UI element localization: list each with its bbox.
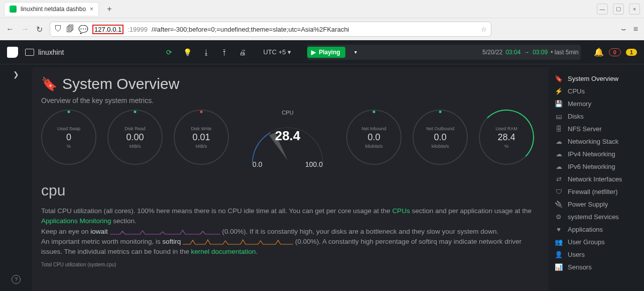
time-from: 03:04 [505,49,521,56]
nav-bar: ← → ↻ ⛉ 🗐 💬 127.0.0.1:19999/#after=-300;… [0,18,644,40]
chip-icon: 💾 [555,100,563,108]
sidebar-item-interfaces[interactable]: ⇄Network Interfaces [554,173,639,185]
bolt-icon: ⚡ [555,87,563,95]
monitor-icon [25,49,34,56]
netdata-logo-icon[interactable] [7,47,18,58]
time-to: 03:09 [533,49,548,56]
cloud-icon: ☁ [555,138,563,145]
play-dropdown[interactable]: ▾ [351,49,360,55]
sidebar-item-ipv6[interactable]: ☁IPv6 Networking [554,160,639,173]
gauge-swap[interactable]: Used Swap 0 % [41,110,96,165]
sidebar-item-system-overview[interactable]: 🔖System Overview [554,72,639,85]
sidebar: 🔖System Overview ⚡CPUs 💾Memory 🖴Disks 🗄N… [549,64,644,291]
bookmark-star-icon[interactable]: ☆ [481,26,487,33]
print-icon[interactable]: 🖨 [239,48,246,56]
server-icon: 🗄 [555,125,563,133]
forward-button[interactable]: → [21,25,29,34]
sidebar-item-firewall[interactable]: 🛡Firewall (netfilter) [554,185,639,198]
gauge-ram[interactable]: Used RAM 28.4 % [479,110,534,165]
softirq-sparkline [183,238,293,245]
link-kernel-docs[interactable]: kernel documentation [191,248,255,255]
bulb-icon[interactable]: 💡 [183,48,192,56]
back-button[interactable]: ← [6,25,14,34]
cloud-icon: ☁ [555,150,563,158]
new-tab-button[interactable]: + [103,3,115,16]
close-tab-icon[interactable]: × [90,6,93,13]
gauge-cpu[interactable]: CPU 28.4 0.0 100.0 % [240,110,335,170]
page-title: System Overview [62,75,179,92]
time-controls: ▶ Playing ▾ 5/20/22 03:04 → 03:09 • last… [307,45,581,60]
browser-tab[interactable]: linuxhint netdata dashbo × [4,2,99,16]
host-name: linuxhint [38,48,64,56]
bookmark-icon: 🔖 [555,75,563,82]
play-button[interactable]: ▶ Playing [307,47,345,58]
download-icon[interactable]: ⭳ [203,48,210,56]
user-icon: 👤 [555,251,563,258]
sidebar-item-users[interactable]: 👤Users [554,248,639,261]
alarms-critical-badge[interactable]: 0 [609,48,621,56]
interface-icon: ⇄ [555,175,563,183]
gauge-disk-write[interactable]: Disk Write 0.01 MiB/s [174,110,229,165]
reload-button[interactable]: ↻ [36,25,43,34]
plug-icon: 🔌 [555,201,563,208]
date: 5/20/22 [482,49,502,56]
shield-icon[interactable]: ⛉ [54,25,62,34]
help-icon[interactable]: ? [12,275,21,284]
svg-text:%: % [247,167,252,168]
url-path: /#after=-300;before=0;=undefined;theme=s… [152,26,349,33]
hamburger-menu-icon[interactable]: ≡ [633,25,638,34]
gear-icon: ⚙ [555,213,563,221]
cpu-heading: cpu [41,182,540,199]
sidebar-item-ipv4[interactable]: ☁IPv4 Networking [554,148,639,160]
cpu-desc-iowait: Keep an eye on iowait (0.00%). If it is … [41,227,540,237]
play-label: Playing [319,49,340,56]
time-range[interactable]: 5/20/22 03:04 → 03:09 • last 5min [482,49,579,56]
sensor-icon: 📊 [555,263,563,271]
cpu-desc-softirq: An important metric worth monitoring, is… [41,237,540,257]
url-bar[interactable]: ⛉ 🗐 💬 127.0.0.1:19999/#after=-300;before… [50,22,491,37]
arrow-icon: → [524,49,530,56]
gauges-row: Used Swap 0 % Disk Read 0.00 MiB/s Disk … [41,110,540,170]
sidebar-item-sensors[interactable]: 📊Sensors [554,261,639,273]
minimize-button[interactable]: — [597,4,608,15]
timezone-selector[interactable]: UTC +5 ▾ [263,48,291,56]
refresh-icon[interactable]: ⟳ [166,48,172,56]
sidebar-item-systemd[interactable]: ⚙systemd Services [554,211,639,223]
gauge-disk-read[interactable]: Disk Read 0.00 MiB/s [107,110,163,165]
tab-bar: linuxhint netdata dashbo × + — ▢ × [0,0,644,18]
app-topbar: linuxhint ⟳ 💡 ⭳ ⭱ 🖨 UTC +5 ▾ ▶ Playing ▾… [0,40,644,64]
pocket-icon[interactable]: ⌣ [621,25,626,34]
sidebar-item-power[interactable]: 🔌Power Supply [554,198,639,211]
bell-icon[interactable]: 🔔 [594,47,604,57]
upload-icon[interactable]: ⭱ [221,48,228,56]
play-icon: ▶ [311,49,316,56]
close-window-button[interactable]: × [629,4,640,15]
chat-icon[interactable]: 💬 [78,25,88,34]
bookmark-icon: 🔖 [41,76,57,92]
maximize-button[interactable]: ▢ [613,4,624,15]
sidebar-item-memory[interactable]: 💾Memory [554,98,639,110]
sidebar-item-usergroups[interactable]: 👥User Groups [554,236,639,248]
svg-text:100.0: 100.0 [305,160,323,168]
gauge-net-in[interactable]: Net Inbound 0.0 kilobits/s [346,110,402,165]
link-cpus[interactable]: CPUs [392,207,410,215]
host-selector[interactable]: linuxhint [25,48,64,56]
window-controls: — ▢ × [597,4,640,15]
users-icon: 👥 [555,238,563,246]
link-apps[interactable]: Applications Monitoring [41,217,111,225]
url-port: :19999 [127,26,148,33]
sidebar-item-cpus[interactable]: ⚡CPUs [554,85,639,98]
disk-icon: 🖴 [555,113,563,120]
gauge-net-out[interactable]: Net Outbound 0.0 kilobits/s [413,110,468,165]
iowait-sparkline [110,228,220,235]
sidebar-item-net-stack[interactable]: ☁Networking Stack [554,135,639,148]
heart-icon: ♥ [555,226,563,233]
alarms-warning-badge[interactable]: 1 [626,49,637,56]
sidebar-item-applications[interactable]: ♥Applications [554,223,639,236]
sidebar-item-nfs[interactable]: 🗄NFS Server [554,123,639,135]
expand-rail-icon[interactable]: ❯ [13,70,19,78]
url-ip: 127.0.0.1 [92,25,123,34]
reader-icon[interactable]: 🗐 [66,25,74,34]
sidebar-item-disks[interactable]: 🖴Disks [554,110,639,123]
cpu-desc-1: Total CPU utilization (all cores). 100% … [41,206,540,227]
